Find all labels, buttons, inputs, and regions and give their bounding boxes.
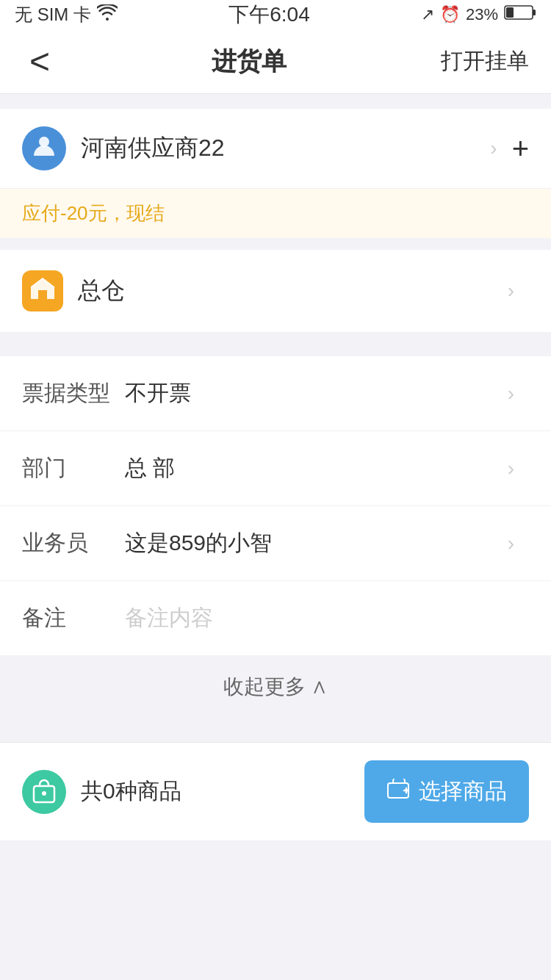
select-product-label: 选择商品 — [419, 777, 507, 807]
warehouse-icon — [30, 277, 55, 305]
status-bar-left: 无 SIM 卡 — [15, 3, 118, 26]
supplier-avatar — [22, 126, 66, 170]
bottom-bar: 共0种商品 选择商品 — [0, 742, 551, 840]
separator-3 — [0, 718, 551, 730]
page-title: 进货单 — [212, 45, 287, 79]
select-product-button[interactable]: 选择商品 — [364, 760, 529, 823]
supplier-chevron-icon: › — [490, 137, 497, 160]
location-icon: ↗ — [421, 5, 434, 24]
select-product-icon — [386, 779, 411, 804]
salesperson-label: 业务员 — [22, 528, 110, 558]
notice-text: 应付-20元，现结 — [22, 202, 165, 224]
top-separator — [0, 94, 551, 109]
salesperson-value: 这是859的小智 — [110, 528, 508, 558]
product-count-icon-bg — [22, 770, 66, 814]
supplier-section: 河南供应商22 › + 应付-20元，现结 — [0, 109, 551, 238]
nav-bar: < 进货单 打开挂单 — [0, 29, 551, 94]
add-supplier-button[interactable]: + — [512, 132, 529, 165]
collapse-label: 收起更多 ∧ — [223, 675, 328, 698]
supplier-row[interactable]: 河南供应商22 › + — [0, 109, 551, 189]
status-bar-right: ↗ ⏰ 23% — [421, 4, 536, 25]
invoice-type-row[interactable]: 票据类型 不开票 › — [0, 356, 551, 431]
open-pending-button[interactable]: 打开挂单 — [441, 46, 529, 76]
carrier-label: 无 SIM 卡 — [15, 3, 91, 26]
collapse-row[interactable]: 收起更多 ∧ — [0, 655, 551, 718]
department-value: 总 部 — [110, 453, 508, 483]
svg-rect-4 — [38, 290, 47, 299]
remark-label: 备注 — [22, 603, 110, 633]
status-bar: 无 SIM 卡 下午6:04 ↗ ⏰ 23% — [0, 0, 551, 29]
wifi-icon — [97, 4, 118, 25]
supplier-name: 河南供应商22 — [81, 132, 490, 165]
warehouse-row[interactable]: 总仓 › — [0, 250, 551, 333]
alarm-icon: ⏰ — [440, 5, 460, 24]
status-bar-time: 下午6:04 — [228, 1, 310, 29]
svg-rect-1 — [533, 10, 536, 15]
invoice-type-value: 不开票 — [110, 378, 508, 408]
svg-rect-2 — [506, 7, 514, 18]
warehouse-icon-bg — [22, 270, 63, 311]
department-label: 部门 — [22, 453, 110, 483]
warehouse-chevron-icon: › — [508, 279, 514, 303]
warehouse-name: 总仓 — [78, 275, 508, 307]
remark-row[interactable]: 备注 备注内容 — [0, 581, 551, 655]
department-chevron-icon: › — [508, 457, 514, 480]
salesperson-chevron-icon: › — [508, 532, 514, 555]
product-count-label: 共0种商品 — [81, 777, 364, 807]
separator-1 — [0, 238, 551, 250]
invoice-type-chevron-icon: › — [508, 382, 514, 406]
separator-2 — [0, 333, 551, 345]
battery-icon — [504, 4, 536, 25]
salesperson-row[interactable]: 业务员 这是859的小智 › — [0, 506, 551, 581]
form-section: 票据类型 不开票 › 部门 总 部 › 业务员 这是859的小智 › 备注 备注… — [0, 356, 551, 655]
svg-point-3 — [39, 137, 49, 147]
svg-point-6 — [42, 791, 46, 796]
battery-label: 23% — [466, 5, 498, 24]
back-button[interactable]: < — [22, 34, 57, 89]
department-row[interactable]: 部门 总 部 › — [0, 431, 551, 506]
avatar-icon — [31, 132, 57, 165]
remark-input[interactable]: 备注内容 — [110, 603, 529, 633]
notice-bar: 应付-20元，现结 — [0, 189, 551, 238]
invoice-type-label: 票据类型 — [22, 378, 110, 408]
main-content: 河南供应商22 › + 应付-20元，现结 总仓 › 票据类型 — [0, 94, 551, 980]
